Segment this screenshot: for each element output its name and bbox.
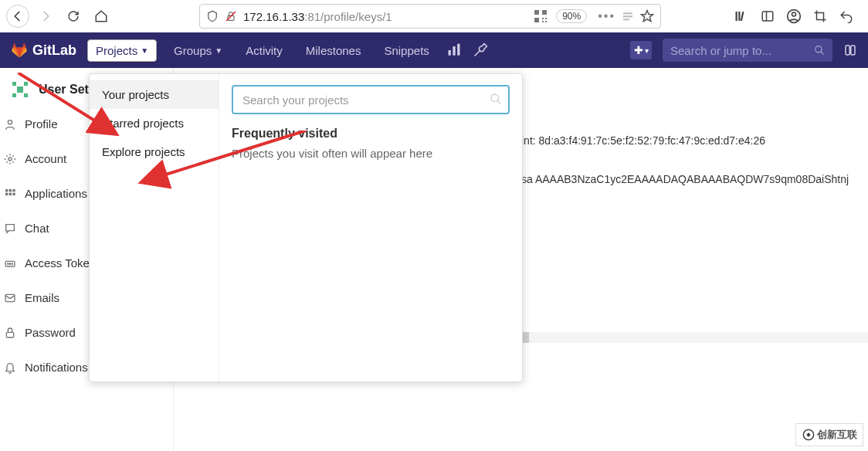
dropdown-explore-projects[interactable]: Explore projects — [90, 137, 219, 166]
svg-line-47 — [497, 100, 500, 103]
bookmark-star-icon[interactable] — [640, 9, 654, 23]
search-icon — [490, 93, 502, 105]
library-icon[interactable] — [734, 8, 749, 24]
svg-rect-2 — [534, 10, 539, 15]
svg-point-18 — [792, 12, 796, 16]
dropdown-your-projects[interactable]: Your projects — [90, 80, 219, 109]
canary-icon[interactable] — [843, 42, 857, 58]
svg-point-42 — [9, 263, 10, 264]
svg-rect-34 — [5, 189, 8, 192]
token-icon — [3, 257, 17, 270]
account-icon[interactable] — [786, 8, 802, 24]
crop-icon[interactable] — [812, 8, 828, 24]
apps-icon — [3, 188, 17, 200]
reload-button[interactable] — [62, 5, 85, 28]
reader-icon[interactable] — [622, 10, 634, 22]
global-search[interactable] — [663, 39, 832, 62]
sidebar-icon[interactable] — [760, 8, 775, 24]
svg-rect-39 — [12, 192, 15, 195]
gitlab-navbar: GitLab Projects▼ Groups▼ Activity Milest… — [0, 32, 868, 68]
svg-point-43 — [12, 263, 12, 264]
svg-rect-45 — [6, 332, 13, 337]
svg-point-46 — [491, 94, 498, 101]
svg-rect-14 — [741, 12, 744, 21]
svg-point-41 — [8, 263, 8, 264]
svg-rect-37 — [5, 192, 8, 195]
svg-rect-8 — [545, 21, 547, 22]
svg-rect-7 — [542, 21, 544, 22]
svg-rect-21 — [457, 44, 459, 56]
svg-rect-5 — [542, 18, 544, 19]
back-button[interactable] — [6, 5, 29, 28]
dropdown-search — [232, 85, 510, 114]
address-bar[interactable]: 172.16.1.33:81/profile/keys/1 90% ••• — [199, 4, 661, 29]
mail-icon — [3, 292, 17, 304]
sidebar-title: User Setti — [39, 83, 97, 97]
watermark: 创新互联 — [795, 423, 863, 446]
rsa-line: sa AAAAB3NzaC1yc2EAAAADAQABAAABAQDW7s9qm… — [521, 173, 849, 185]
forward-button[interactable] — [34, 5, 57, 28]
nav-groups[interactable]: Groups▼ — [168, 40, 229, 61]
svg-rect-27 — [12, 82, 16, 86]
svg-rect-28 — [24, 82, 28, 86]
svg-rect-13 — [738, 12, 740, 21]
svg-rect-20 — [453, 46, 455, 56]
nav-milestones[interactable]: Milestones — [300, 40, 368, 61]
zoom-badge[interactable]: 90% — [556, 9, 587, 23]
nav-projects[interactable]: Projects▼ — [87, 39, 157, 62]
svg-point-22 — [815, 46, 822, 53]
bell-icon — [3, 361, 17, 374]
url-text: 172.16.1.33:81/profile/keys/1 — [243, 10, 528, 23]
svg-rect-24 — [846, 46, 849, 55]
svg-rect-25 — [851, 46, 855, 55]
dropdown-search-input[interactable] — [232, 85, 510, 114]
svg-rect-29 — [17, 86, 23, 93]
svg-rect-30 — [12, 93, 16, 97]
lock-slash-icon — [225, 10, 237, 22]
svg-point-32 — [8, 120, 12, 124]
freq-heading: Frequently visited — [232, 127, 510, 141]
undo-icon[interactable] — [839, 8, 854, 24]
gitlab-logo[interactable]: GitLab — [11, 42, 76, 59]
user-icon — [3, 118, 17, 131]
svg-rect-31 — [24, 93, 28, 97]
nav-snippets[interactable]: Snippets — [378, 40, 435, 61]
chat-icon — [3, 222, 17, 235]
svg-rect-35 — [9, 189, 12, 192]
dropdown-right: Frequently visited Projects you visit of… — [219, 74, 522, 381]
browser-toolbar: 172.16.1.33:81/profile/keys/1 90% ••• — [0, 0, 868, 32]
svg-point-33 — [8, 158, 12, 161]
chevron-down-icon: ▼ — [141, 46, 148, 55]
page-actions-icon[interactable]: ••• — [598, 9, 615, 23]
svg-rect-36 — [12, 189, 15, 192]
tanuki-icon — [11, 42, 28, 59]
svg-line-23 — [821, 52, 824, 55]
svg-rect-12 — [736, 12, 737, 21]
svg-rect-19 — [448, 50, 450, 56]
lock-icon — [3, 327, 17, 339]
search-icon — [814, 44, 825, 56]
svg-rect-11 — [623, 19, 629, 20]
svg-rect-9 — [623, 12, 632, 14]
wrench-icon[interactable] — [473, 42, 488, 58]
projects-dropdown: Your projects Starred projects Explore p… — [89, 73, 523, 382]
fingerprint-line: int: 8d:a3:f4:91:7c:5e:f2:52:79:fc:47:9c… — [521, 134, 765, 147]
dropdown-left: Your projects Starred projects Explore p… — [90, 74, 219, 381]
shield-icon — [206, 10, 219, 22]
svg-rect-15 — [762, 12, 773, 21]
watermark-icon — [802, 429, 815, 441]
nav-activity[interactable]: Activity — [239, 40, 289, 61]
dropdown-starred-projects[interactable]: Starred projects — [90, 109, 219, 137]
new-button[interactable]: ✚▾ — [630, 41, 652, 59]
freq-sub: Projects you visit often will appear her… — [232, 147, 510, 160]
svg-rect-3 — [542, 10, 547, 15]
svg-rect-38 — [9, 192, 12, 195]
gear-icon — [3, 153, 17, 165]
chart-icon[interactable] — [446, 42, 462, 58]
svg-rect-4 — [534, 18, 539, 22]
qr-icon[interactable] — [534, 10, 547, 22]
home-button[interactable] — [90, 5, 113, 28]
page-body: User Setti Profile Account Applications … — [0, 68, 868, 451]
svg-rect-6 — [545, 18, 547, 19]
global-search-input[interactable] — [670, 44, 808, 57]
